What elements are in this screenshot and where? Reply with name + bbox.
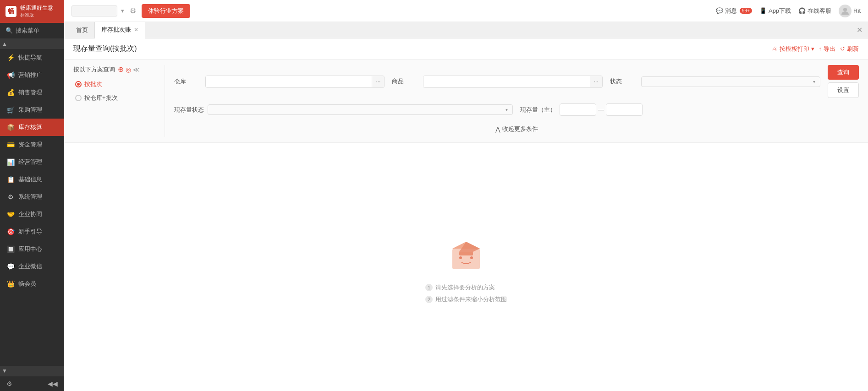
product-label: 商品 xyxy=(392,77,419,86)
product-input[interactable] xyxy=(423,76,589,87)
sidebar-item-member[interactable]: 👑 畅会员 xyxy=(0,275,64,293)
sidebar-item-quick-nav[interactable]: ⚡ 快捷导航 xyxy=(0,49,64,66)
product-browse-button[interactable]: ··· xyxy=(590,76,602,87)
filter-option-by-warehouse-batch[interactable]: 按仓库+批次 xyxy=(73,91,157,105)
sidebar-item-new-guide[interactable]: 🎯 新手引导 xyxy=(0,223,64,240)
inventory-icon: 📦 xyxy=(6,123,15,131)
user-profile-action[interactable]: Rit xyxy=(839,5,861,17)
sidebar-item-label: 快捷导航 xyxy=(18,54,42,62)
inventory-status-filter-group: 现存量状态 ▾ xyxy=(174,104,513,115)
refresh-button[interactable]: ↺ 刷新 xyxy=(840,45,859,53)
sidebar-item-marketing[interactable]: 📢 营销推广 xyxy=(0,66,64,84)
close-all-tabs-button[interactable]: ✕ xyxy=(857,26,863,34)
online-service-action[interactable]: 🎧 在线客服 xyxy=(798,7,831,15)
export-icon: ↑ xyxy=(819,45,822,52)
radio-by-warehouse-batch xyxy=(75,95,82,101)
printer-icon: 🖨 xyxy=(772,45,778,52)
template-print-button[interactable]: 🖨 按模板打印 ▾ xyxy=(772,45,814,53)
filter-sidebar: 按以下方案查询 ⊕ ◎ ≪ 按批次 按仓库+批次 xyxy=(73,65,165,137)
empty-tips: 1 请先选择要分析的方案 2 用过滤条件来缩小分析范围 xyxy=(425,283,507,304)
settings-button[interactable]: 设置 xyxy=(828,82,859,98)
topbar-search-input[interactable] xyxy=(71,5,117,16)
settings-icon[interactable]: ⚙ xyxy=(6,380,12,387)
sidebar-item-enterprise-wechat[interactable]: 💬 企业微信 xyxy=(0,258,64,275)
sidebar-item-app-center[interactable]: 🔲 应用中心 xyxy=(0,240,64,258)
inventory-status-label: 现存量状态 xyxy=(174,106,204,114)
sidebar-item-label: 资金管理 xyxy=(18,141,42,149)
query-button[interactable]: 查询 xyxy=(828,65,859,80)
collapse-sidebar-icon[interactable]: ◀◀ xyxy=(48,380,58,387)
search-label: 搜索菜单 xyxy=(16,27,39,35)
messages-label: 消息 xyxy=(725,7,737,15)
sidebar-item-inventory[interactable]: 📦 库存核算 xyxy=(0,119,64,136)
warehouse-browse-button[interactable]: ··· xyxy=(372,76,384,87)
tab-bar: 首页 库存批次账 ✕ ✕ xyxy=(64,22,868,38)
message-icon: 💬 xyxy=(716,7,723,14)
sidebar-item-enterprise-collab[interactable]: 🤝 企业协同 xyxy=(0,206,64,223)
online-service-label: 在线客服 xyxy=(808,7,831,15)
tab-close-icon[interactable]: ✕ xyxy=(134,27,138,33)
scroll-up-button[interactable]: ▲ xyxy=(0,39,64,49)
sidebar-nav: ⚡ 快捷导航 📢 营销推广 💰 销售管理 🛒 采购管理 📦 库存核算 💳 资金管… xyxy=(0,49,64,366)
sidebar-item-sales[interactable]: 💰 销售管理 xyxy=(0,84,64,101)
svg-point-5 xyxy=(459,256,462,259)
page-header: 现存量查询(按批次) 🖨 按模板打印 ▾ ↑ 导出 ↺ 刷新 xyxy=(64,38,868,60)
dropdown-chevron-icon[interactable]: ▾ xyxy=(121,7,124,14)
svg-point-6 xyxy=(470,256,473,259)
sidebar-item-system[interactable]: ⚙ 系统管理 xyxy=(0,188,64,206)
filter-option-by-batch[interactable]: 按批次 xyxy=(73,77,157,91)
scroll-down-button[interactable]: ▼ xyxy=(0,366,64,376)
enterprise-collab-icon: 🤝 xyxy=(6,210,15,218)
app-download-label: App下载 xyxy=(769,7,791,15)
operations-icon: 📊 xyxy=(6,158,15,166)
sidebar-search[interactable]: 🔍 搜索菜单 xyxy=(0,23,64,39)
sidebar-item-label: 库存核算 xyxy=(18,123,42,131)
trial-button[interactable]: 体验行业方案 xyxy=(142,4,190,18)
sidebar-item-purchase[interactable]: 🛒 采购管理 xyxy=(0,101,64,119)
quick-nav-icon: ⚡ xyxy=(6,54,15,62)
collapse-filter-icon[interactable]: ≪ xyxy=(133,66,140,73)
app-center-icon: 🔲 xyxy=(6,245,15,253)
sidebar-item-label: 经营管理 xyxy=(18,158,42,166)
inventory-qty-filter-group: 现存量（主） — xyxy=(520,103,859,116)
marketing-icon: 📢 xyxy=(6,71,15,79)
svg-rect-4 xyxy=(459,252,473,255)
sidebar-header: 畅 畅康通好生意 标准版 xyxy=(0,0,64,23)
collapse-label: 收起更多条件 xyxy=(502,125,538,133)
sidebar-item-label: 基础信息 xyxy=(18,175,42,184)
warehouse-input[interactable] xyxy=(206,76,372,87)
status-select[interactable]: ▾ xyxy=(641,76,820,87)
filter-sidebar-title: 按以下方案查询 ⊕ ◎ ≪ xyxy=(73,65,157,74)
app-name: 畅康通好生意 xyxy=(20,5,53,12)
inventory-qty-min-input[interactable] xyxy=(560,103,596,116)
filter-settings-icon[interactable]: ◎ xyxy=(126,66,131,73)
page-content: 现存量查询(按批次) 🖨 按模板打印 ▾ ↑ 导出 ↺ 刷新 xyxy=(64,38,868,391)
messages-action[interactable]: 💬 消息 99+ xyxy=(716,7,752,15)
product-filter-group: 商品 ··· xyxy=(392,76,602,88)
tab-home[interactable]: 首页 xyxy=(70,22,95,38)
topbar-actions: 💬 消息 99+ 📱 App下载 🎧 在线客服 Rit xyxy=(716,5,861,17)
app-download-action[interactable]: 📱 App下载 xyxy=(759,7,791,15)
collapse-more-button[interactable]: ⋀ 收起更多条件 xyxy=(174,121,859,137)
tab-inventory-batch-label: 库存批次账 xyxy=(101,26,131,34)
search-icon: 🔍 xyxy=(5,27,13,34)
add-filter-icon[interactable]: ⊕ xyxy=(118,65,124,74)
sidebar-item-finance[interactable]: 💳 资金管理 xyxy=(0,136,64,153)
empty-illustration xyxy=(443,230,489,276)
inventory-status-select[interactable]: ▾ xyxy=(208,104,513,115)
username-label: Rit xyxy=(853,7,861,14)
sidebar-item-label: 新手引导 xyxy=(18,228,42,236)
status-label: 状态 xyxy=(610,77,637,86)
topbar-input-area: ▾ xyxy=(71,5,124,16)
export-button[interactable]: ↑ 导出 xyxy=(819,45,836,53)
sidebar-item-operations[interactable]: 📊 经营管理 xyxy=(0,153,64,171)
warehouse-filter-group: 仓库 ··· xyxy=(174,76,385,88)
phone-icon: 📱 xyxy=(759,7,767,14)
sidebar-item-basic-info[interactable]: 📋 基础信息 xyxy=(0,171,64,188)
tab-inventory-batch[interactable]: 库存批次账 ✕ xyxy=(95,22,145,38)
enterprise-wechat-icon: 💬 xyxy=(6,262,15,271)
sidebar-item-label: 营销推广 xyxy=(18,71,42,79)
inventory-qty-label: 现存量（主） xyxy=(520,106,556,114)
inventory-qty-max-input[interactable] xyxy=(606,103,643,116)
gear-icon[interactable]: ⚙ xyxy=(130,6,136,15)
